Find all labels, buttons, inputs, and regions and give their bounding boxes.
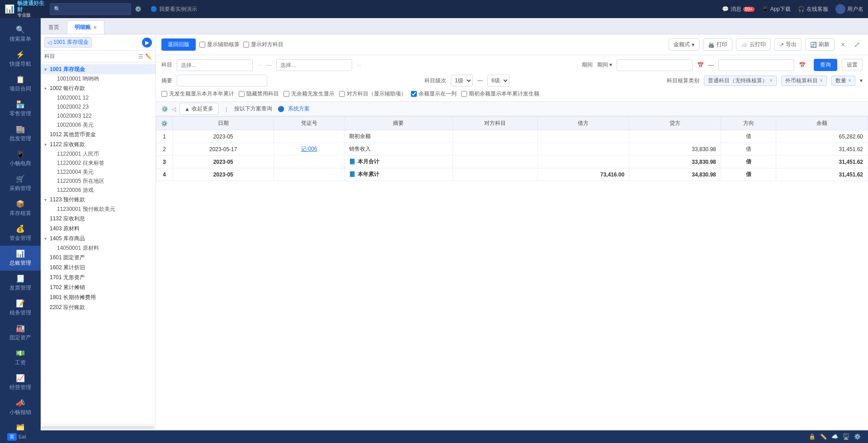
tree-item-10010001[interactable]: 10010001 哟哟哟 [41,74,156,83]
tree-item-1601[interactable]: 1601 固定资产 [41,252,156,262]
sidebar-item-general[interactable]: 📊 总账管理 [0,246,41,271]
period-to[interactable]: 2023-05 [718,59,794,71]
status-cloud[interactable]: ☁️ [831,433,838,440]
list-icon[interactable]: ☰ [138,53,143,60]
print-btn[interactable]: 🖨️ 打印 [703,38,732,51]
no-balance-checkbox[interactable] [161,91,167,97]
tree-item-1702[interactable]: 1702 累计摊销 [41,282,156,292]
show-contra-checkbox[interactable] [243,42,249,48]
sidebar-item-ecommerce[interactable]: 📱 小畅电商 [0,146,41,171]
check-no-balance[interactable]: 无发生额显示本月本年累计 [161,90,234,98]
level-to-select[interactable]: 6级 [487,75,509,86]
period-from[interactable]: 2023-05 [617,59,693,71]
selected-subject-tag[interactable]: ◁ 1001 库存现金 [44,37,92,48]
cloud-print-btn[interactable]: ☁️ 云打印 [736,38,771,51]
sidebar-item-purchase[interactable]: 🛒 采购管理 [0,171,41,196]
tree-item-14050001[interactable]: 14050001 原材料 [41,243,156,252]
balance-col-checkbox[interactable] [411,91,417,97]
hide-disabled-checkbox[interactable] [239,91,245,97]
tag-remove-1[interactable]: × [769,77,773,84]
tree-item-10020002[interactable]: 10020002 23 [41,102,156,111]
row-voucher[interactable]: 记-006 [274,143,344,156]
sidebar-item-quick[interactable]: ⚡ 快捷导航 [0,47,41,71]
subject-input-2[interactable] [276,59,352,71]
sidebar-item-salary[interactable]: 💵 工资 [0,345,41,370]
refresh-btn[interactable]: 🔄 刷新 [805,38,835,51]
tree-item-1405[interactable]: ▾ 1405 库存商品 [41,233,156,243]
period-dropdown[interactable]: 期间 ▾ [597,61,612,69]
tree-item-10020001[interactable]: 10020001 12 [41,93,156,102]
tree-item-1123[interactable]: ▾ 1123 预付账款 [41,195,156,205]
tree-item-1001[interactable]: ▾ 1001 库存现金 [41,64,156,74]
status-eat[interactable]: 英 Eat [7,433,26,441]
sidebar-item-wholesale[interactable]: 🏬 批发管理 [0,121,41,146]
tree-item-1002[interactable]: ▾ 1002 银行存款 [41,83,156,93]
sidebar-item-basic[interactable]: 🗂️ 基础信息 [0,420,41,430]
tree-nav-btn[interactable]: ▶ [142,38,152,48]
tree-item-11220001[interactable]: 11220001 人民币 [41,149,156,158]
tree-item-2202[interactable]: 2202 应付账款 [41,302,156,312]
status-edit[interactable]: ✏️ [820,433,827,440]
status-settings[interactable]: ⚙️ [854,433,861,440]
tag-remove-2[interactable]: × [820,77,823,84]
user-btn[interactable]: 用户名 [835,4,863,14]
top-search[interactable]: 🔍 [50,3,131,15]
summary-input[interactable] [177,75,267,86]
sidebar-item-search[interactable]: 🔍 搜索菜单 [0,22,41,47]
expand-more-btn[interactable]: ▲ 收起更多 [179,103,218,115]
sidebar-item-project[interactable]: 📋 项目合同 [0,71,41,96]
edit-icon[interactable]: ✏️ [145,53,152,60]
voucher-link[interactable]: 记-006 [301,146,317,152]
tag-remove-3[interactable]: × [848,77,851,84]
table-area[interactable]: ⚙️ 日期 凭证号 摘要 对方科目 借方 贷方 方向 余额 [156,116,868,430]
sidebar-item-capital[interactable]: 💰 资金管理 [0,221,41,246]
no-balance2-checkbox[interactable] [283,91,289,97]
service-btn[interactable]: 🎧 在线客服 [798,5,828,13]
show-contra-check[interactable]: 显示对方科目 [243,41,283,48]
tree-item-1701[interactable]: 1701 无形资产 [41,272,156,282]
query-btn[interactable]: 查询 [814,59,837,71]
sidebar-item-sales[interactable]: 📣 小畅报销 [0,395,41,420]
return-old-btn[interactable]: 退回旧版 [161,38,196,51]
tree-item-1122[interactable]: ▾ 1122 应收账款 [41,139,156,149]
tree-item-11220005[interactable]: 11220005 所在地区 [41,176,156,186]
sidebar-item-retail[interactable]: 🏪 零售管理 [0,96,41,121]
tree-item-1602[interactable]: 1602 累计折旧 [41,262,156,272]
check-contra[interactable]: 对方科目（显示辅助项） [339,90,406,98]
tree-item-1012[interactable]: 1012 其他货币资金 [41,129,156,139]
expand-btn[interactable]: ⤢ [851,39,863,50]
status-monitor[interactable]: 🖥️ [843,433,849,440]
status-lock[interactable]: 🔒 [809,433,816,440]
check-balance-col[interactable]: 余额显示在一列 [411,90,457,98]
tab-home[interactable]: 首页 [41,20,67,34]
check-hide-disabled[interactable]: 隐藏禁用科目 [239,90,279,98]
app-download-btn[interactable]: 📱 App下载 [762,5,791,13]
col-settings[interactable]: ⚙️ [156,117,173,130]
collapse-icon[interactable]: ◁ [172,106,176,112]
qty-dropdown[interactable]: ▾ [860,77,863,84]
tree-item-1801[interactable]: 1801 长期待摊费用 [41,292,156,302]
scheme-select-btn[interactable]: 系统方案 [288,105,310,113]
tree-item-1403[interactable]: 1403 原材料 [41,224,156,233]
tree-item-11220004[interactable]: 11220004 美元 [41,167,156,176]
opening-checkbox[interactable] [461,91,467,97]
sidebar-item-invoice[interactable]: 🧾 发票管理 [0,271,41,295]
tree-item-11220006[interactable]: 11220006 游戏 [41,186,156,195]
tree-item-11230001[interactable]: 11230001 预付账款美元 [41,205,156,214]
show-auxiliary-checkbox[interactable] [199,42,205,48]
messages-btn[interactable]: 💬 消息 99+ [722,5,755,13]
tree-item-1132[interactable]: 1132 应收利息 [41,214,156,224]
show-auxiliary-check[interactable]: 显示辅助核算 [199,41,240,48]
contra-checkbox[interactable] [339,91,345,97]
close-btn[interactable]: × [838,40,848,50]
settings-icon[interactable]: ⚙️ [135,6,142,12]
settings-filter-btn[interactable]: 设置 [842,59,863,71]
tab-detail[interactable]: 明细账 × [67,20,104,34]
export-btn[interactable]: ↗ 导出 [774,38,802,51]
tree-scrollbar[interactable] [41,424,156,430]
amount-style-btn[interactable]: 金额式 ▾ [669,38,699,51]
sidebar-item-inventory[interactable]: 📦 库存核算 [0,196,41,221]
calendar-icon-2[interactable]: 📅 [799,62,806,68]
calendar-icon-1[interactable]: 📅 [697,62,704,68]
tree-item-10020003[interactable]: 10020003 122 [41,111,156,120]
